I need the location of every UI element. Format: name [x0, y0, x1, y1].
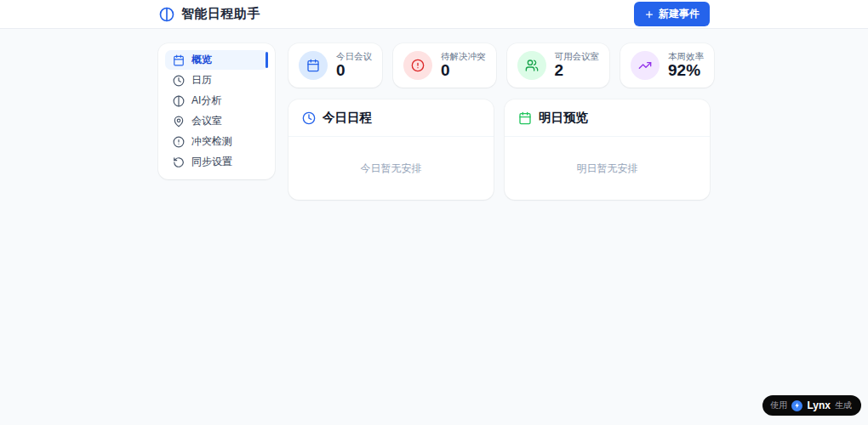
sidebar-item-label: AI分析 [191, 94, 221, 108]
sidebar-item-calendar[interactable]: 日历 [165, 71, 268, 90]
panel-title: 明日预览 [539, 110, 588, 126]
panel-header: 明日预览 [505, 99, 710, 137]
page-title: 智能日程助手 [181, 6, 260, 22]
stat-card-available-rooms: 可用会议室 2 [507, 43, 610, 88]
sidebar-item-meeting-rooms[interactable]: 会议室 [165, 111, 268, 131]
today-schedule-panel: 今日日程 今日暂无安排 [288, 99, 494, 200]
lynx-logo-icon [791, 400, 802, 411]
clock-icon [173, 75, 185, 87]
main-content: 今日会议 0 待解决冲突 0 [288, 43, 710, 200]
clock-icon [302, 111, 316, 125]
stat-card-today-meetings: 今日会议 0 [288, 43, 382, 88]
sidebar-item-sync-settings[interactable]: 同步设置 [165, 152, 268, 172]
sidebar-item-ai-analysis[interactable]: AI分析 [165, 91, 268, 110]
badge-brand: Lynx [807, 400, 831, 411]
stat-card-pending-conflicts: 待解决冲突 0 [393, 43, 496, 88]
trending-up-icon [631, 51, 660, 80]
sidebar-item-label: 同步设置 [191, 155, 232, 169]
plus-icon [644, 9, 654, 20]
stat-value: 2 [555, 62, 600, 80]
new-event-label: 新建事件 [659, 7, 700, 21]
sidebar-item-conflict-detection[interactable]: 冲突检测 [165, 132, 268, 151]
panel-header: 今日日程 [288, 99, 494, 137]
stat-value: 0 [336, 62, 372, 80]
brain-logo-icon [158, 6, 175, 23]
sidebar-item-label: 冲突检测 [191, 134, 232, 149]
stat-value: 0 [441, 62, 486, 80]
stats-row: 今日会议 0 待解决冲突 0 [288, 43, 710, 88]
badge-prefix: 使用 [770, 400, 787, 411]
empty-state-text: 明日暂无安排 [505, 137, 710, 200]
calendar-icon [518, 111, 532, 125]
stat-label: 本周效率 [668, 51, 704, 63]
sidebar-item-label: 概览 [191, 53, 212, 67]
alert-circle-icon [173, 136, 185, 148]
stat-value: 92% [668, 62, 704, 80]
stat-label: 今日会议 [336, 51, 372, 63]
alert-circle-icon [403, 51, 432, 80]
calendar-icon [299, 51, 328, 80]
empty-state-text: 今日暂无安排 [288, 137, 494, 200]
brain-icon [173, 95, 185, 107]
tomorrow-preview-panel: 明日预览 明日暂无安排 [505, 99, 710, 200]
sidebar-item-label: 会议室 [191, 114, 222, 128]
sidebar-item-overview[interactable]: 概览 [165, 50, 268, 70]
calendar-icon [173, 54, 185, 66]
panel-title: 今日日程 [323, 110, 372, 126]
stat-card-weekly-efficiency: 本周效率 92% [620, 43, 714, 88]
app-header: 智能日程助手 新建事件 [0, 0, 868, 29]
sidebar-item-label: 日历 [191, 73, 212, 88]
stat-label: 可用会议室 [555, 51, 600, 63]
app-brand: 智能日程助手 [158, 6, 260, 23]
sidebar: 概览 日历 AI分析 会议室 [158, 43, 275, 179]
made-with-lynx-badge[interactable]: 使用 Lynx 生成 [762, 395, 861, 416]
users-icon [517, 51, 546, 80]
panels-row: 今日日程 今日暂无安排 明日预览 明日暂无安排 [288, 99, 710, 200]
sync-icon [173, 156, 185, 168]
new-event-button[interactable]: 新建事件 [634, 2, 710, 26]
stat-label: 待解决冲突 [441, 51, 486, 63]
badge-suffix: 生成 [835, 400, 852, 411]
map-pin-icon [173, 116, 185, 128]
